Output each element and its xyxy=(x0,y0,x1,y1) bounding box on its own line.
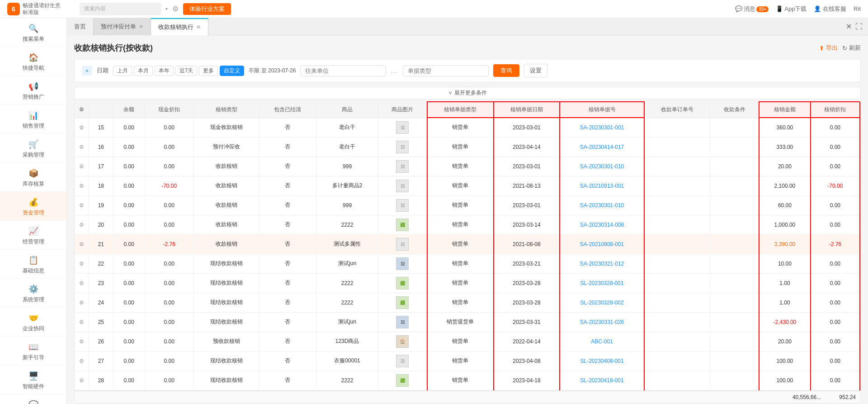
cell-seq: 17 xyxy=(89,157,113,176)
table-header-row: ⚙ 余额 现金折扣 核销类型 包含已结清 商品 商品图片 核销单据类型 核销单据… xyxy=(75,102,860,118)
sidebar-item-purchase[interactable]: 🛒 采购管理 xyxy=(0,134,66,163)
cell-seq: 20 xyxy=(89,215,113,234)
col-settings[interactable]: ⚙ xyxy=(75,102,89,118)
company-input[interactable] xyxy=(300,65,386,76)
export-button[interactable]: ⬆ 导出 xyxy=(819,44,838,52)
tab-maximize-icon[interactable]: ⛶ xyxy=(855,23,863,31)
tab-close-active-icon[interactable]: ✕ xyxy=(196,24,201,30)
cell-cancel-doc-no[interactable]: SA-20230301-010 xyxy=(560,195,644,215)
hardware-icon: 🖥️ xyxy=(28,371,38,381)
col-cancel-amount: 核销金额 xyxy=(759,102,811,118)
cell-cash-discount: -70.00 xyxy=(145,176,193,195)
tab-close-icon[interactable]: ✕ xyxy=(139,24,143,30)
cell-cash-discount: 0.00 xyxy=(145,312,193,332)
more-dates-button[interactable]: 更多 xyxy=(199,66,218,76)
online-service-link[interactable]: 👤 在线客服 xyxy=(814,5,846,13)
cell-receipt-order-no xyxy=(644,234,710,254)
cell-cancel-doc-no[interactable]: SL-20230408-001 xyxy=(560,351,644,371)
col-cancel-type: 核销类型 xyxy=(193,102,259,118)
user-name[interactable]: Rit xyxy=(854,5,861,12)
cell-cash-discount: 0.00 xyxy=(145,273,193,293)
sidebar-item-operation[interactable]: 📈 经营管理 xyxy=(0,221,66,250)
cell-receipt-condition xyxy=(710,332,759,351)
cell-cancel-doc-no[interactable]: SA-20230321-012 xyxy=(560,254,644,273)
tab-window-close-icon[interactable]: ✕ xyxy=(846,22,852,31)
cell-cancel-doc-no[interactable]: SA-20210808-001 xyxy=(560,234,644,254)
cell-cancel-doc-no[interactable]: SA-20230331-026 xyxy=(560,312,644,332)
filter-expand-button[interactable]: » xyxy=(82,66,92,76)
table-body: ⚙ 15 0.00 0.00 现金收款核销 否 老白干 🖼 销货单 2023-0… xyxy=(75,118,860,390)
cell-cancel-doc-no[interactable]: SA-20230314-008 xyxy=(560,215,644,234)
cell-settled: 否 xyxy=(259,254,316,273)
tab-home[interactable]: 首页 xyxy=(67,18,94,35)
search-input[interactable]: 搜索内容 xyxy=(80,3,161,15)
sidebar-item-inventory[interactable]: 📦 库存核算 xyxy=(0,163,66,192)
cell-cancel-doc-no[interactable]: SL-20230418-001 xyxy=(560,371,644,390)
doc-type-select[interactable] xyxy=(403,65,489,76)
cell-cancel-amount: 10.00 xyxy=(759,254,811,273)
table-row: ⚙ 25 0.00 0.00 现结收款核销 否 测试jun 🖼 销货退货单 20… xyxy=(75,312,860,332)
cell-settled: 否 xyxy=(259,137,316,157)
cell-cash-discount: 0.00 xyxy=(145,215,193,234)
cell-cancel-doc-no[interactable]: SA-20210813-001 xyxy=(560,176,644,195)
basic-info-icon: 📋 xyxy=(28,255,38,265)
sidebar-item-quick-nav[interactable]: 🏠 快捷导航 xyxy=(0,47,66,76)
cell-balance: 0.00 xyxy=(113,195,145,215)
cell-receipt-order-no xyxy=(644,332,710,351)
cell-seq: 25 xyxy=(89,312,113,332)
sidebar-item-finance[interactable]: 💰 资金管理 xyxy=(0,192,66,221)
cell-cancel-type: 现结收款核销 xyxy=(193,312,259,332)
sidebar-item-basic-info[interactable]: 📋 基础信息 xyxy=(0,250,66,279)
notification-icon[interactable]: 💬 消息99+ xyxy=(735,5,769,13)
expand-more-button[interactable]: ∨ 展开更多条件 xyxy=(74,87,861,99)
cell-balance: 0.00 xyxy=(113,137,145,157)
marketing-icon: 📢 xyxy=(28,81,38,91)
cell-settings: ⚙ xyxy=(75,176,89,195)
cell-cancel-doc-no[interactable]: SL-20230328-001 xyxy=(560,273,644,293)
sidebar-item-hardware[interactable]: 🖥️ 智能硬件 xyxy=(0,366,66,394)
refresh-button[interactable]: ↻ 刷新 xyxy=(842,44,861,52)
cell-cancel-type: 现结收款核销 xyxy=(193,371,259,390)
cell-cancel-doc-no[interactable]: SA-20230301-010 xyxy=(560,157,644,176)
sidebar-item-marketing[interactable]: 📢 营销推广 xyxy=(0,76,66,105)
app-download-link[interactable]: 📱 App下载 xyxy=(776,5,807,13)
cell-cancel-discount: 0.00 xyxy=(811,254,860,273)
cell-product-image: 🖼 xyxy=(378,234,427,254)
tab-prepay[interactable]: 预付冲应付单 ✕ xyxy=(94,18,151,35)
cell-cash-discount: 0.00 xyxy=(145,195,193,215)
cell-product: 123D商品 xyxy=(316,332,378,351)
cell-cancel-doc-no[interactable]: ABC-001 xyxy=(560,332,644,351)
cell-cancel-doc-no[interactable]: SA-20230301-001 xyxy=(560,118,644,137)
industry-solution-button[interactable]: 体验行业方案 xyxy=(183,3,231,15)
last-7days-button[interactable]: 近7天 xyxy=(175,66,198,76)
sales-icon: 📊 xyxy=(28,110,38,120)
cell-settled: 否 xyxy=(259,351,316,371)
cell-seq: 23 xyxy=(89,273,113,293)
cell-receipt-condition xyxy=(710,312,759,332)
this-month-button[interactable]: 本月 xyxy=(134,66,153,76)
tab-receipt-cancel[interactable]: 收款核销执行 ✕ xyxy=(151,18,208,35)
sidebar-item-enterprise[interactable]: 🤝 企业协同 xyxy=(0,308,66,337)
cell-cancel-type: 收款核销 xyxy=(193,176,259,195)
sidebar-item-sales[interactable]: 📊 销售管理 xyxy=(0,105,66,134)
this-year-button[interactable]: 本年 xyxy=(155,66,174,76)
settings-button[interactable]: 设置 xyxy=(524,64,547,77)
cell-product: 2222 xyxy=(316,215,378,234)
sidebar-item-wechat[interactable]: 💬 企业微信 xyxy=(0,394,66,404)
cell-seq: 21 xyxy=(89,234,113,254)
cell-cancel-doc-no[interactable]: SA-20230414-017 xyxy=(560,137,644,157)
cell-cancel-doc-no[interactable]: SL-20230328-002 xyxy=(560,293,644,312)
query-button[interactable]: 查询 xyxy=(493,64,519,77)
cell-cancel-discount: 0.00 xyxy=(811,195,860,215)
custom-date-button[interactable]: 自定义 xyxy=(220,66,244,76)
sidebar-item-label: 系统管理 xyxy=(23,296,44,304)
cell-balance: 0.00 xyxy=(113,273,145,293)
cell-receipt-condition xyxy=(710,118,759,137)
footer-cancel-discount: 952.24 xyxy=(839,394,856,400)
sidebar-item-system[interactable]: ⚙️ 系统管理 xyxy=(0,279,66,308)
search-dropdown-icon[interactable]: ▾ xyxy=(165,6,168,11)
sidebar-item-guide[interactable]: 📖 新手引导 xyxy=(0,337,66,366)
last-month-button[interactable]: 上月 xyxy=(113,66,132,76)
sidebar-item-search-menu[interactable]: 🔍 搜索菜单 xyxy=(0,18,66,47)
settings-icon[interactable]: ⚙ xyxy=(172,5,179,13)
